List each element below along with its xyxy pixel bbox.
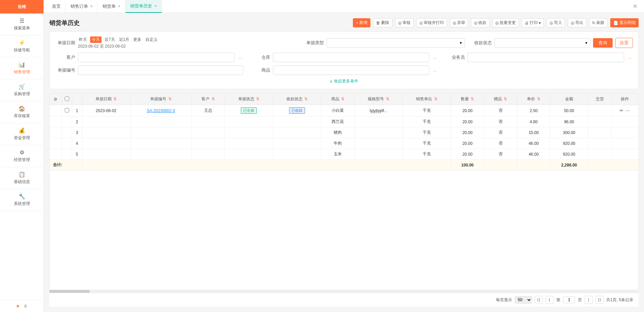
col-row-num [72,94,82,105]
date-shortcut-1month[interactable]: 近1月 [118,36,131,43]
col-customer[interactable]: 客户 ⇅ [192,94,225,105]
summary-row: 合计: 100.00 2,286.00 [50,160,638,171]
sort-unit-icon: ⇅ [434,97,438,101]
row-checkbox[interactable] [65,108,69,112]
sidebar-item-operations[interactable]: ⚙ 经营管理 [0,145,44,167]
row-actions [611,116,638,127]
horizontal-scrollbar[interactable] [49,290,639,293]
col-goods[interactable]: 商品 ⇅ [321,94,354,105]
sidebar-item-sales-mgmt[interactable]: 📊 销售管理 [0,57,44,79]
row-num: 3 [72,127,82,138]
sidebar-item-label: 搜索菜单 [14,25,30,31]
tab-sales-history[interactable]: 销货单历史 ✕ [125,0,162,13]
date-shortcut-7days[interactable]: 近7天 [104,36,116,43]
customer-ellipsis[interactable]: ... [237,55,243,60]
doc-type-select[interactable]: ▾ [327,38,465,48]
page-next-btn[interactable]: ⟩ [585,296,593,304]
new-button[interactable]: + 新增 [353,18,370,27]
salesman-input[interactable] [468,53,624,62]
sidebar-pause-icon[interactable]: ⏸ [23,304,28,309]
select-all-checkbox[interactable] [65,97,69,101]
col-unit-price[interactable]: 单价 ⇅ [517,94,550,105]
tab-sales-history-close[interactable]: ✕ [154,4,157,8]
warehouse-ellipsis[interactable]: ... [432,55,438,60]
goods-input[interactable] [273,66,429,75]
sidebar-item-basic-info[interactable]: 📋 基础信息 [0,167,44,189]
doc-no-link[interactable]: SA-20230602-0 [147,108,175,113]
export-button[interactable]: ◎ 导出 [568,18,586,27]
new-icon: + [356,21,358,25]
page-number-input[interactable] [563,296,575,303]
page-first-btn[interactable]: ⟨⟨ [535,296,543,304]
tab-sales-delivery-label: 销货单 [103,3,116,9]
batch-change-button[interactable]: ◎ 批量变更 [492,18,519,27]
show-detail-button[interactable]: 📄 显示明细 [610,18,639,27]
data-table: ⚙ 单据日期 ⇅ 单据编号 ⇅ [50,94,638,171]
col-spec[interactable]: 规格型号 ⇅ [354,94,402,105]
collapse-row: ∧ 收起更多条件 [55,78,633,84]
sidebar-item-label: 资金管理 [14,135,30,141]
import-button[interactable]: ◎ 导入 [547,18,565,27]
date-shortcut-custom[interactable]: 自定义 [144,36,159,43]
tab-sales-delivery-close[interactable]: ✕ [118,4,120,8]
tab-sales-order-close[interactable]: ✕ [90,4,93,8]
sidebar-item-inventory[interactable]: 🏠 库存核算 [0,101,44,123]
row-doc-no[interactable]: SA-20230602-0 [130,105,192,116]
sidebar-star-icon[interactable]: ★ [16,304,20,309]
audit-print-button[interactable]: ◎ 审核并打印 [416,18,447,27]
delete-button[interactable]: 🗑 删除 [373,18,392,27]
col-doc-status[interactable]: 单据状态 ⇅ [225,94,273,105]
payment-status-select[interactable]: ▾ [495,38,590,48]
sidebar-item-label: 库存核算 [14,113,30,119]
tab-bar-close-btn[interactable]: ✕ [629,3,641,9]
row-more-icon[interactable]: ⋯ [625,108,630,113]
row-edit-icon[interactable]: ✏ [620,108,623,113]
row-doc-date [82,149,130,160]
sidebar-item-system-mgmt[interactable]: 🔧 系统管理 [0,189,44,211]
tab-sales-delivery[interactable]: 销货单 ✕ [98,0,125,13]
sidebar-item-quick-nav[interactable]: ⚡ 快捷导航 [0,35,44,57]
table-row: 4牛肉千克20.00否46.00920.00 [50,138,638,149]
query-button[interactable]: 查询 [593,38,613,48]
col-doc-no[interactable]: 单据编号 ⇅ [130,94,192,105]
goods-ellipsis[interactable]: ... [432,68,438,73]
tab-home[interactable]: 首页 [47,0,66,13]
per-page-label: 每页显示 [496,297,512,303]
collapse-button[interactable]: ∧ 收起更多条件 [330,78,358,84]
refresh-button[interactable]: ↻ 刷新 [589,18,608,27]
audit-print-icon: ◎ [419,21,423,25]
col-unit[interactable]: 销售单位 ⇅ [403,94,451,105]
settings-button[interactable]: 设置 [615,38,633,48]
row-qty: 20.00 [451,105,484,116]
date-shortcut-yesterday[interactable]: 昨天 [78,36,88,43]
salesman-ellipsis[interactable]: ... [627,55,633,60]
date-shortcut-today[interactable]: 今天 [90,36,102,43]
print-button[interactable]: 🖨 打印 ▾ [522,18,544,27]
col-gift[interactable]: 赠品 ⇅ [484,94,517,105]
col-qty[interactable]: 数量 ⇅ [451,94,484,105]
sidebar-item-search-menu[interactable]: ☰ 搜索菜单 [0,14,44,35]
date-shortcut-more[interactable]: 更多 [132,36,142,43]
collect-button[interactable]: ◎ 收款 [471,18,489,27]
row-pay-status [273,127,321,138]
date-shortcut-area: 昨天 今天 近7天 近1月 更多 自定义 2023-06-02 至 2023-0… [78,36,159,49]
scrollbar-thumb[interactable] [49,290,90,293]
per-page-select[interactable]: 50 100 200 [515,296,532,304]
warehouse-input[interactable] [273,53,429,62]
sidebar-item-finance[interactable]: 💰 资金管理 [0,123,44,145]
sidebar-item-purchase-mgmt[interactable]: 🛒 采购管理 [0,79,44,101]
print-dropdown-arrow: ▾ [539,21,541,25]
row-gift: 否 [484,127,517,138]
abandon-button[interactable]: ◎ 弃审 [450,18,468,27]
doc-no-input[interactable] [78,66,243,75]
tab-sales-order[interactable]: 销售订单 ✕ [66,0,98,13]
col-gear[interactable]: ⚙ [50,94,62,105]
page-last-btn[interactable]: ⟩⟩ [595,296,604,304]
sort-goods-icon: ⇅ [341,97,344,101]
customer-input[interactable] [78,53,234,62]
col-pay-status[interactable]: 收款状态 ⇅ [273,94,321,105]
col-doc-date[interactable]: 单据日期 ⇅ [82,94,130,105]
page-prev-btn[interactable]: ⟨ [545,296,554,304]
audit-button[interactable]: ◎ 审核 [395,18,414,27]
filter-row-3: 单据编号 商品 ... [55,66,633,75]
